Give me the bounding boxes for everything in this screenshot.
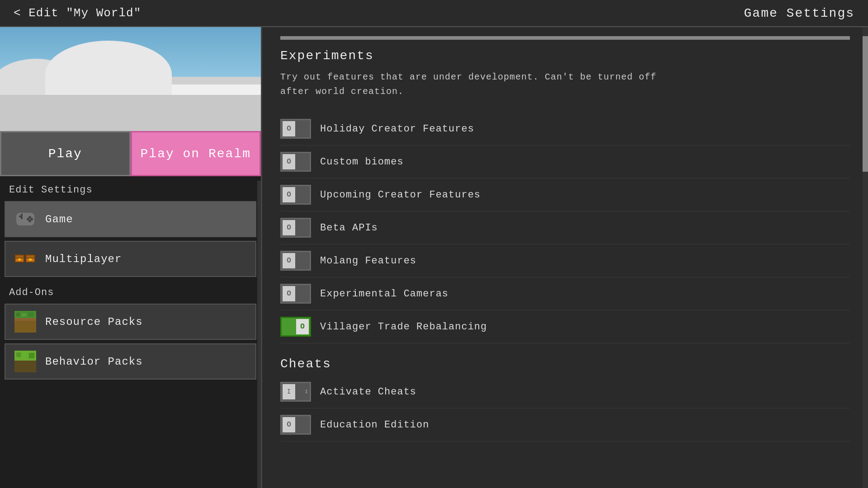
multiplayer-icon — [14, 248, 36, 270]
svg-rect-21 — [16, 352, 21, 357]
play-on-realm-button[interactable]: Play on Realm — [131, 131, 261, 176]
toggle-row-beta-apis: O Beta APIs — [280, 211, 850, 244]
experiments-description: Try out features that are under developm… — [280, 70, 687, 99]
toggle-row-molang: O Molang Features — [280, 244, 850, 277]
svg-rect-23 — [29, 353, 34, 358]
right-panel: Experiments Try out features that are un… — [262, 27, 868, 488]
toggle-villager-trade[interactable]: O — [280, 317, 311, 337]
svg-rect-12 — [29, 258, 32, 260]
toggle-knob: O — [296, 319, 309, 334]
svg-rect-16 — [16, 313, 20, 316]
toggle-upcoming-creator[interactable]: O — [280, 185, 311, 205]
toggle-knob: O — [283, 154, 295, 169]
cheats-title: Cheats — [280, 357, 850, 371]
behavior-packs-icon — [14, 351, 36, 372]
behavior-packs-label: Behavior Packs — [45, 356, 143, 368]
education-edition-label: Education Edition — [320, 419, 429, 431]
toggle-experimental-cameras[interactable]: O — [280, 284, 311, 304]
experiments-title: Experiments — [280, 49, 850, 63]
scrollbar-thumb — [863, 36, 868, 172]
custom-biomes-label: Custom biomes — [320, 156, 404, 168]
addons-label: Add-Ons — [0, 279, 261, 302]
main-layout: Play Play on Realm Edit Settings Game — [0, 27, 868, 488]
toggle-row-custom-biomes: O Custom biomes — [280, 145, 850, 178]
sidebar-item-behavior-packs[interactable]: Behavior Packs — [5, 343, 256, 380]
left-panel: Play Play on Realm Edit Settings Game — [0, 27, 262, 488]
multiplayer-label: Multiplayer — [45, 253, 122, 265]
toggle-row-education-edition: O Education Edition — [280, 408, 850, 441]
sidebar-item-multiplayer[interactable]: Multiplayer — [5, 241, 256, 277]
svg-rect-17 — [22, 314, 26, 316]
svg-rect-11 — [26, 255, 35, 258]
toggle-custom-biomes[interactable]: O — [280, 152, 311, 172]
svg-rect-22 — [23, 352, 26, 358]
toggle-knob: O — [283, 220, 295, 235]
toggle-education-edition[interactable]: O — [280, 415, 311, 435]
molang-label: Molang Features — [320, 255, 416, 267]
toggle-molang[interactable]: O — [280, 251, 311, 271]
toggle-knob: O — [283, 417, 295, 432]
toggle-row-activate-cheats: I I Activate Cheats — [280, 375, 850, 408]
right-scrollbar[interactable] — [863, 27, 868, 488]
toggle-row-upcoming-creator: O Upcoming Creator Features — [280, 178, 850, 211]
top-scrollbar[interactable] — [280, 36, 850, 40]
snow-ground — [0, 95, 261, 131]
world-preview — [0, 27, 261, 131]
gamepad-icon — [14, 208, 36, 230]
toggle-knob: I — [283, 384, 295, 399]
toggle-knob: O — [283, 253, 295, 268]
page-title: Game Settings — [744, 6, 854, 20]
upcoming-creator-label: Upcoming Creator Features — [320, 189, 481, 201]
edit-settings-label: Edit Settings — [0, 176, 261, 199]
svg-rect-2 — [21, 214, 23, 219]
svg-rect-9 — [19, 258, 21, 260]
game-label: Game — [45, 213, 73, 225]
villager-trade-label: Villager Trade Rebalancing — [320, 321, 487, 333]
holiday-creator-label: Holiday Creator Features — [320, 123, 474, 135]
toggle-beta-apis[interactable]: O — [280, 218, 311, 238]
toggle-holiday-creator[interactable]: O — [280, 119, 311, 139]
experimental-cameras-label: Experimental Cameras — [320, 288, 448, 300]
svg-rect-15 — [14, 318, 36, 321]
left-scrollbar[interactable] — [257, 181, 261, 488]
toggle-knob: O — [283, 187, 295, 202]
play-button[interactable]: Play — [0, 131, 131, 176]
activate-cheats-label: Activate Cheats — [320, 386, 416, 398]
toggle-knob: O — [283, 286, 295, 301]
header: < Edit "My World" Game Settings — [0, 0, 868, 27]
toggle-activate-cheats[interactable]: I I — [280, 382, 311, 402]
beta-apis-label: Beta APIs — [320, 222, 378, 234]
toggle-row-holiday-creator: O Holiday Creator Features — [280, 113, 850, 145]
sidebar-item-resource-packs[interactable]: Resource Packs — [5, 304, 256, 340]
right-panel-inner: Experiments Try out features that are un… — [262, 27, 868, 460]
toggle-row-villager-trade: O Villager Trade Rebalancing — [280, 310, 850, 343]
sidebar-item-game[interactable]: Game — [5, 201, 256, 237]
svg-rect-18 — [28, 312, 33, 317]
resource-packs-label: Resource Packs — [45, 316, 143, 328]
toggle-knob: O — [283, 121, 295, 136]
action-buttons: Play Play on Realm — [0, 131, 261, 176]
svg-rect-8 — [15, 255, 24, 258]
resource-packs-icon — [14, 311, 36, 333]
toggle-row-experimental-cameras: O Experimental Cameras — [280, 277, 850, 310]
svg-point-6 — [28, 220, 31, 222]
back-button[interactable]: < Edit "My World" — [14, 6, 141, 20]
